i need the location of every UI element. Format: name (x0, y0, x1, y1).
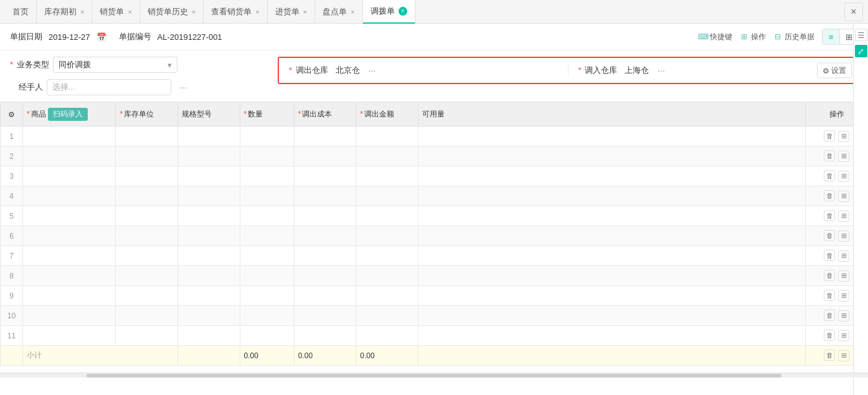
row-goods[interactable] (23, 286, 116, 306)
row-spec[interactable] (177, 266, 240, 286)
row-spec[interactable] (177, 166, 240, 186)
row-cost[interactable] (294, 266, 356, 286)
row-goods[interactable] (23, 246, 116, 266)
row-unit[interactable] (116, 246, 178, 266)
copy-icon[interactable]: ⊞ (838, 250, 849, 262)
delete-icon[interactable]: 🗑 (824, 290, 835, 301)
copy-icon[interactable]: ⊞ (838, 191, 849, 202)
row-qty[interactable] (240, 286, 294, 306)
copy-icon[interactable]: ⊞ (838, 171, 849, 182)
row-available[interactable] (418, 166, 805, 186)
row-amount[interactable] (356, 326, 418, 346)
calendar-icon[interactable]: 📅 (97, 32, 106, 42)
transfer-out-more-button[interactable]: ··· (369, 65, 376, 75)
row-cost[interactable] (294, 206, 356, 226)
tab-inventory-init[interactable]: 库存期初 × (37, 0, 92, 24)
handler-more-button[interactable]: ··· (180, 82, 187, 92)
delete-icon[interactable]: 🗑 (824, 250, 835, 261)
row-goods[interactable] (23, 306, 116, 326)
tab-close-transfer-order[interactable]: × (399, 7, 407, 16)
row-available[interactable] (418, 326, 805, 346)
row-amount[interactable] (356, 206, 418, 226)
row-cost[interactable] (294, 146, 356, 166)
row-amount[interactable] (356, 226, 418, 246)
row-amount[interactable] (356, 126, 418, 146)
row-cost[interactable] (294, 286, 356, 306)
row-cost[interactable] (294, 166, 356, 186)
copy-icon[interactable]: ⊞ (838, 310, 849, 321)
row-available[interactable] (418, 226, 805, 246)
row-qty[interactable] (240, 126, 294, 146)
row-available[interactable] (418, 246, 805, 266)
delete-icon[interactable]: 🗑 (824, 170, 835, 181)
row-unit[interactable] (116, 166, 178, 186)
row-spec[interactable] (177, 126, 240, 146)
row-amount[interactable] (356, 246, 418, 266)
row-amount[interactable] (356, 166, 418, 186)
row-amount[interactable] (356, 286, 418, 306)
tab-view-sales[interactable]: 查看销货单 × (204, 0, 267, 24)
copy-icon[interactable]: ⊞ (838, 211, 849, 222)
window-close-button[interactable]: × (844, 2, 863, 21)
tab-transfer-order[interactable]: 调拨单 × (363, 0, 415, 24)
sidebar-list-icon[interactable]: ☰ (855, 29, 867, 41)
row-qty[interactable] (240, 306, 294, 326)
row-qty[interactable] (240, 186, 294, 206)
row-unit[interactable] (116, 146, 178, 166)
row-goods[interactable] (23, 206, 116, 226)
row-goods[interactable] (23, 146, 116, 166)
delete-icon[interactable]: 🗑 (824, 230, 835, 241)
copy-icon[interactable]: ⊞ (838, 330, 849, 341)
history-doc-button[interactable]: ⊟ 历史单据 (773, 32, 814, 42)
row-unit[interactable] (116, 266, 178, 286)
tab-sales-history[interactable]: 销货单历史 × (140, 0, 204, 24)
delete-icon[interactable]: 🗑 (824, 130, 835, 141)
tab-close-sales-history[interactable]: × (192, 8, 196, 16)
row-goods[interactable] (23, 126, 116, 146)
copy-icon-sub[interactable]: ⊞ (838, 350, 849, 361)
tab-close-sales-order[interactable]: × (128, 8, 131, 16)
row-unit[interactable] (116, 326, 178, 346)
delete-icon[interactable]: 🗑 (824, 270, 835, 281)
copy-icon[interactable]: ⊞ (838, 290, 849, 302)
sidebar-expand-icon[interactable]: ⤢ (855, 45, 867, 57)
row-spec[interactable] (177, 326, 240, 346)
row-cost[interactable] (294, 126, 356, 146)
delete-icon[interactable]: 🗑 (824, 330, 835, 341)
row-cost[interactable] (294, 246, 356, 266)
row-available[interactable] (418, 126, 805, 146)
row-available[interactable] (418, 186, 805, 206)
row-qty[interactable] (240, 226, 294, 246)
row-cost[interactable] (294, 326, 356, 346)
delete-icon[interactable]: 🗑 (824, 150, 835, 161)
copy-icon[interactable]: ⊞ (838, 270, 849, 282)
row-qty[interactable] (240, 146, 294, 166)
delete-icon[interactable]: 🗑 (824, 210, 835, 221)
row-spec[interactable] (177, 146, 240, 166)
row-amount[interactable] (356, 146, 418, 166)
row-cost[interactable] (294, 306, 356, 326)
delete-icon[interactable]: 🗑 (824, 190, 835, 201)
handler-select[interactable]: 选择... (47, 79, 171, 95)
tab-purchase-order[interactable]: 进货单 × (268, 0, 315, 24)
operation-button[interactable]: ⊞ 操作 (740, 32, 766, 42)
row-amount[interactable] (356, 186, 418, 206)
tab-home[interactable]: 首页 (5, 0, 37, 24)
row-unit[interactable] (116, 286, 178, 306)
row-amount[interactable] (356, 306, 418, 326)
row-cost[interactable] (294, 226, 356, 246)
row-spec[interactable] (177, 306, 240, 326)
copy-icon[interactable]: ⊞ (838, 231, 849, 242)
row-spec[interactable] (177, 246, 240, 266)
row-unit[interactable] (116, 226, 178, 246)
tab-close-purchase-order[interactable]: × (303, 8, 307, 16)
horizontal-scrollbar[interactable] (0, 373, 868, 378)
delete-icon[interactable]: 🗑 (824, 310, 835, 321)
row-goods[interactable] (23, 326, 116, 346)
row-unit[interactable] (116, 186, 178, 206)
row-available[interactable] (418, 306, 805, 326)
tab-inventory-check[interactable]: 盘点单 × (315, 0, 362, 24)
shortcut-key-button[interactable]: ⌨ 快捷键 (699, 32, 732, 42)
row-qty[interactable] (240, 206, 294, 226)
row-unit[interactable] (116, 306, 178, 326)
